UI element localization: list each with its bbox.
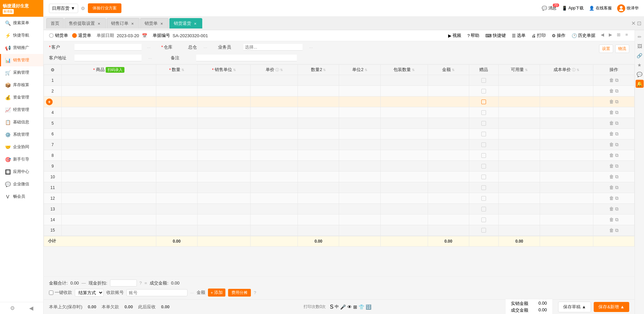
- row-gift[interactable]: [469, 75, 498, 86]
- right-panel-star-icon[interactable]: ★: [636, 61, 644, 69]
- tab-delivery-close[interactable]: ×: [159, 21, 164, 26]
- sidebar-item-member[interactable]: V 畅会员: [0, 190, 43, 203]
- copy-row-btn-active[interactable]: ⧉: [615, 99, 619, 105]
- select-btn[interactable]: ☰ 选单: [510, 32, 528, 40]
- tab-sales-delivery[interactable]: 销货单 ×: [140, 18, 169, 28]
- copy-row-btn[interactable]: ⧉: [615, 77, 619, 83]
- print-btn[interactable]: 🖨 打印: [530, 32, 548, 40]
- payment-checkbox[interactable]: [49, 291, 53, 295]
- row-available[interactable]: [498, 86, 540, 97]
- row-product[interactable]: [61, 86, 156, 97]
- row-price-active[interactable]: [251, 97, 298, 107]
- one-key-payment-check[interactable]: 一键收款: [49, 290, 72, 296]
- tab-sales-return[interactable]: 销货退货 ×: [169, 18, 202, 28]
- delete-row-btn[interactable]: 🗑: [609, 77, 614, 83]
- tab-sales-order-close[interactable]: ×: [130, 21, 135, 26]
- sidebar-item-apps[interactable]: 🔲 应用中心: [0, 166, 43, 178]
- info-circle[interactable]: ?: [140, 280, 142, 286]
- tab-sales-order[interactable]: 销售订单 ×: [107, 18, 140, 28]
- video-btn[interactable]: ▶ 视频: [446, 32, 463, 40]
- gift-checkbox[interactable]: [481, 196, 486, 201]
- setup-btn[interactable]: 设置: [599, 45, 613, 53]
- row-qty2-active[interactable]: [298, 97, 339, 107]
- gift-checkbox[interactable]: [481, 164, 486, 169]
- split-info-icon[interactable]: ?: [254, 290, 256, 295]
- cost-info-icon[interactable]: ⓘ: [572, 67, 576, 72]
- next-btn[interactable]: ▶: [607, 32, 613, 40]
- help-btn[interactable]: ? 帮助: [465, 32, 481, 40]
- row-product-active[interactable]: [61, 97, 156, 107]
- delete-btn[interactable]: 🗑: [609, 131, 614, 137]
- user-section[interactable]: 徐泽华: [617, 4, 639, 12]
- delete-btn[interactable]: 🗑: [609, 142, 614, 147]
- row-price[interactable]: [251, 86, 298, 97]
- row-amount-active[interactable]: [428, 97, 469, 107]
- delete-btn[interactable]: 🗑: [609, 120, 614, 126]
- row-product[interactable]: [61, 75, 156, 86]
- row-unit2[interactable]: [339, 75, 380, 86]
- delete-row-btn-active[interactable]: 🗑: [609, 99, 614, 105]
- logistics-btn[interactable]: 物流: [615, 45, 629, 53]
- save-new-btn[interactable]: 保存&新增 ▲: [594, 302, 629, 312]
- unit-sort-icon[interactable]: ⇅: [233, 68, 236, 72]
- add-row-btn-cell[interactable]: +: [44, 97, 62, 107]
- sidebar-item-inventory[interactable]: 📦 库存核算: [0, 79, 43, 91]
- online-service-btn[interactable]: 👤 在线客服: [589, 5, 612, 11]
- qty-sort-icon[interactable]: ⇅: [181, 68, 184, 72]
- delete-btn[interactable]: 🗑: [609, 228, 614, 233]
- gift-checkbox[interactable]: [481, 132, 486, 136]
- row-unit2[interactable]: [339, 86, 380, 97]
- sidebar-item-basic[interactable]: 📋 基础信息: [0, 116, 43, 128]
- address-input[interactable]: [74, 55, 142, 61]
- copy-btn[interactable]: ⧉: [615, 174, 619, 180]
- pack-sort-icon[interactable]: ⇅: [412, 68, 415, 72]
- row-amount[interactable]: [428, 75, 469, 86]
- settings-gear-icon[interactable]: ⚙: [81, 6, 85, 11]
- right-panel-image-icon[interactable]: 🖼: [636, 42, 644, 50]
- th-settings[interactable]: ⚙: [44, 65, 62, 75]
- right-panel-chat-icon[interactable]: 💬: [636, 70, 644, 78]
- tab-return-close[interactable]: ×: [193, 21, 198, 26]
- experience-btn[interactable]: 体验行业方案: [88, 3, 121, 13]
- copy-btn[interactable]: ⧉: [615, 110, 619, 115]
- row-gift[interactable]: [469, 86, 498, 97]
- avail-sort-icon[interactable]: ⇅: [525, 68, 528, 72]
- product-input-active[interactable]: [64, 99, 154, 104]
- calendar-icon[interactable]: 📅: [142, 33, 147, 38]
- row-available-active[interactable]: [498, 97, 540, 107]
- gift-checkbox[interactable]: [481, 142, 486, 147]
- row-qty2[interactable]: [298, 86, 339, 97]
- list-view-btn[interactable]: ≡: [624, 32, 629, 40]
- right-panel-edit-icon[interactable]: ✏: [636, 33, 644, 41]
- save-draft-btn[interactable]: 保存草稿 ▲: [558, 302, 591, 312]
- shortcut-btn[interactable]: ⌨ 快捷键: [483, 32, 508, 40]
- tab-home[interactable]: 首页: [46, 18, 64, 28]
- delete-btn[interactable]: 🗑: [609, 163, 614, 169]
- copy-btn[interactable]: ⧉: [615, 217, 619, 223]
- sidebar-collapse-icon[interactable]: ◀: [29, 305, 33, 311]
- radio-return[interactable]: 退货单: [72, 33, 91, 39]
- scan-badge[interactable]: 扫码录入: [106, 67, 124, 73]
- row-pack[interactable]: [380, 86, 428, 97]
- copy-btn[interactable]: ⧉: [615, 131, 619, 137]
- sidebar-item-wechat[interactable]: 💬 企业微信: [0, 178, 43, 190]
- gift-checkbox[interactable]: [481, 110, 486, 115]
- gift-checkbox[interactable]: [481, 89, 486, 93]
- daily-goods-dropdown[interactable]: 日用百货 ▼: [49, 4, 78, 13]
- sidebar-item-sales[interactable]: 📊 销售管理: [0, 54, 43, 66]
- row-quantity[interactable]: [156, 75, 197, 86]
- delete-btn[interactable]: 🗑: [609, 174, 614, 180]
- history-btn[interactable]: 🕐 历史单据: [570, 32, 597, 40]
- copy-btn[interactable]: ⧉: [615, 228, 619, 233]
- discount-input[interactable]: [110, 279, 137, 287]
- delete-btn[interactable]: 🗑: [609, 185, 614, 190]
- unit2-sort-icon[interactable]: ⇅: [365, 68, 367, 72]
- gift-checkbox[interactable]: [481, 78, 486, 83]
- row-unit[interactable]: [197, 75, 250, 86]
- cost-sort-icon[interactable]: ⇅: [577, 68, 579, 72]
- grid-view-btn[interactable]: ⊞: [615, 32, 622, 40]
- tab-price-setting[interactable]: 售价提取设置 ×: [64, 18, 106, 28]
- sidebar-item-finance[interactable]: 💰 资金管理: [0, 91, 43, 104]
- gift-checkbox[interactable]: [481, 185, 486, 190]
- row-amount[interactable]: [428, 86, 469, 97]
